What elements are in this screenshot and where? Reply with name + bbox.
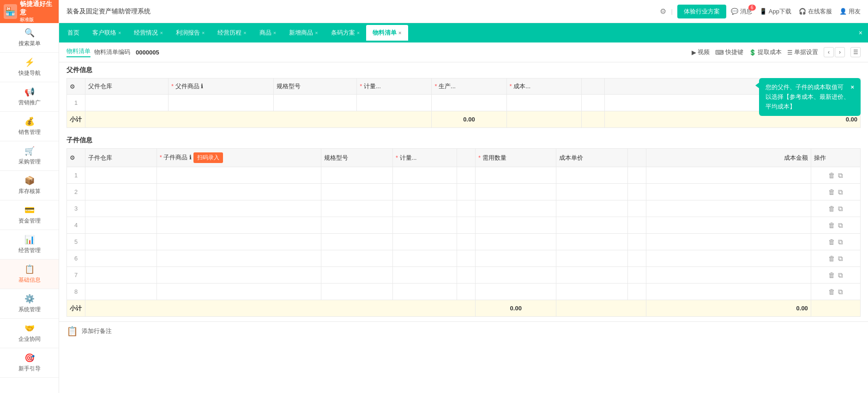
close-icon[interactable]: × [202,30,205,36]
parent-spec-cell[interactable] [274,95,357,111]
close-icon[interactable]: × [273,30,276,36]
sidebar-item-guide[interactable]: 🎯 新手引导 [0,348,59,378]
sidebar-item-operations[interactable]: 📊 经营管理 [0,230,59,260]
child-goods-3[interactable] [157,200,321,217]
child-warehouse-6[interactable] [85,250,157,267]
child-qty-5[interactable] [476,234,556,250]
sidebar-item-search[interactable]: 🔍 搜索菜单 [0,23,59,53]
ph-tab-bom-list[interactable]: 物料清单 [66,47,90,57]
tab-new-goods[interactable]: 新增商品 × [283,25,324,41]
parent-goods-cell[interactable] [169,95,274,111]
tab-customer[interactable]: 客户联络 × [86,25,127,41]
copy-icon[interactable]: ⧉ [838,288,843,296]
sidebar-item-quicknav[interactable]: ⚡ 快捷导航 [0,53,59,82]
user-item[interactable]: 👤 用友 [839,7,861,16]
sidebar-item-collaboration[interactable]: 🤝 企业协同 [0,319,59,348]
child-spec-1[interactable] [321,167,393,184]
copy-icon[interactable]: ⧉ [838,254,843,263]
copy-icon[interactable]: ⧉ [838,271,843,279]
parent-unit-cell[interactable] [357,95,432,111]
child-qty-3[interactable] [476,200,556,217]
child-spec-4[interactable] [321,217,393,234]
child-spec-5[interactable] [321,234,393,250]
child-unit-cost-7[interactable] [556,267,628,284]
copy-icon[interactable]: ⧉ [838,221,843,230]
child-warehouse-5[interactable] [85,234,157,250]
delete-icon[interactable]: 🗑 [828,271,835,279]
view-btn[interactable]: ▶ 视频 [692,48,710,56]
child-spec-8[interactable] [321,284,393,300]
sidebar-item-basic-info[interactable]: 📋 基础信息 [0,260,59,289]
child-warehouse-2[interactable] [85,184,157,200]
child-unit-5[interactable] [392,234,457,250]
child-warehouse-8[interactable] [85,284,157,300]
child-unit-cost-8[interactable] [556,284,628,300]
child-warehouse-4[interactable] [85,217,157,234]
child-goods-1[interactable] [157,167,321,184]
tab-operations[interactable]: 经营情况 × [127,25,169,41]
parent-cost-cell[interactable] [506,95,581,111]
child-unit-cost-6[interactable] [556,250,628,267]
tooltip-close-btn[interactable]: × [850,83,854,92]
tab-goods[interactable]: 商品 × [253,25,283,41]
nav-close-all[interactable]: × [855,29,866,36]
delete-icon[interactable]: 🗑 [828,221,835,230]
copy-icon[interactable]: ⧉ [838,205,843,213]
close-icon[interactable]: × [357,30,360,36]
list-view-btn[interactable]: ☰ [850,47,861,57]
child-spec-2[interactable] [321,184,393,200]
gear-icon[interactable]: ⚙ [660,7,666,16]
child-unit-cost-3[interactable] [556,200,628,217]
trial-btn[interactable]: 体验行业方案 [677,5,726,18]
ph-tab-bom-code[interactable]: 物料清单编码 [94,48,130,56]
sidebar-item-inventory[interactable]: 📦 库存核算 [0,171,59,200]
child-unit-1[interactable] [392,167,457,184]
message-item[interactable]: 💬 消息 6 [731,7,752,16]
child-warehouse-3[interactable] [85,200,157,217]
copy-icon[interactable]: ⧉ [838,238,843,246]
tab-barcode[interactable]: 条码方案 × [325,25,366,41]
parent-warehouse-cell[interactable] [85,95,169,111]
copy-icon[interactable]: ⧉ [838,171,843,180]
child-unit-4[interactable] [392,217,457,234]
child-goods-4[interactable] [157,217,321,234]
tab-profit[interactable]: 利润报告 × [169,25,211,41]
child-spec-6[interactable] [321,250,393,267]
app-download-item[interactable]: 📱 App下载 [760,7,791,16]
child-goods-8[interactable] [157,284,321,300]
child-qty-7[interactable] [476,267,556,284]
child-unit-6[interactable] [392,250,457,267]
delete-icon[interactable]: 🗑 [828,288,835,296]
delete-icon[interactable]: 🗑 [828,205,835,213]
delete-icon[interactable]: 🗑 [828,171,835,180]
tab-bom[interactable]: 物料清单 × [366,25,408,41]
close-icon[interactable]: × [118,30,121,36]
child-qty-4[interactable] [476,217,556,234]
delete-icon[interactable]: 🗑 [828,254,835,263]
child-warehouse-7[interactable] [85,267,157,284]
extract-cost-btn[interactable]: 💲 提取成本 [749,48,782,56]
add-row-icon[interactable]: 📋 [66,326,78,337]
delete-icon[interactable]: 🗑 [828,188,835,196]
tab-home[interactable]: 首页 [61,25,86,41]
child-qty-6[interactable] [476,250,556,267]
child-goods-5[interactable] [157,234,321,250]
child-goods-7[interactable] [157,267,321,284]
sidebar-item-purchase[interactable]: 🛒 采购管理 [0,141,59,171]
child-spec-3[interactable] [321,200,393,217]
sidebar-item-sales[interactable]: 💰 销售管理 [0,112,59,141]
copy-icon[interactable]: ⧉ [838,188,843,196]
child-qty-1[interactable] [476,167,556,184]
single-settings-btn[interactable]: ☰ 单据设置 [787,48,818,56]
delete-icon[interactable]: 🗑 [828,238,835,246]
sidebar-item-system[interactable]: ⚙️ 系统管理 [0,289,59,319]
child-unit-cost-1[interactable] [556,167,628,184]
child-unit-8[interactable] [392,284,457,300]
parent-production-cell[interactable] [432,95,506,111]
close-icon[interactable]: × [398,30,401,36]
prev-btn[interactable]: ‹ [824,47,834,57]
scan-btn[interactable]: 扫码录入 [193,152,223,163]
child-unit-3[interactable] [392,200,457,217]
child-spec-7[interactable] [321,267,393,284]
child-unit-cost-5[interactable] [556,234,628,250]
